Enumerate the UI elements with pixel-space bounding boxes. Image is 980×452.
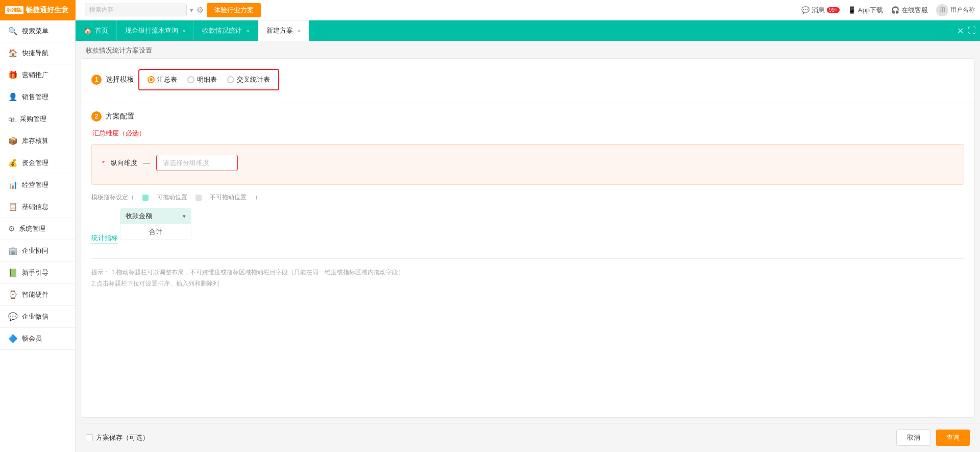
online-support-btn[interactable]: 🎧 在线客服 — [891, 6, 928, 15]
radio-summary[interactable]: 汇总表 — [148, 75, 177, 84]
message-btn[interactable]: 💬 消息 99+ — [801, 6, 840, 15]
vertical-dim-label: 纵向维度 — [111, 158, 137, 168]
cancel-button[interactable]: 取消 — [896, 430, 931, 446]
logo-area: 标准版 畅捷通好生意 — [0, 0, 76, 20]
system-icon: ⚙ — [8, 224, 15, 233]
message-badge: 99+ — [827, 7, 840, 13]
sidebar-item-system[interactable]: ⚙ 系统管理 — [0, 218, 75, 240]
member-icon: 🔷 — [8, 334, 18, 343]
support-icon: 🎧 — [891, 6, 899, 14]
sidebar-item-label: 资金管理 — [22, 158, 48, 168]
radio-detail-circle — [187, 76, 194, 83]
sidebar-item-sales[interactable]: 👤 销售管理 — [0, 86, 75, 108]
tab-new-plan[interactable]: 新建方案 × — [258, 20, 309, 41]
guide-icon: 📗 — [8, 268, 18, 277]
sidebar-item-wechat[interactable]: 💬 企业微信 — [0, 306, 75, 328]
tab-collection-stats-close[interactable]: × — [246, 28, 249, 34]
hardware-icon: ⌚ — [8, 290, 18, 299]
sidebar-item-label: 新手引导 — [22, 268, 48, 277]
header-search-box[interactable]: 搜索内容 — [85, 4, 187, 16]
tab-bank-flow-close[interactable]: × — [182, 28, 185, 34]
save-checkbox-input[interactable] — [86, 434, 93, 441]
wechat-icon: 💬 — [8, 312, 18, 321]
purchase-icon: 🛍 — [8, 115, 16, 124]
metrics-column-header: 收款金额 — [126, 211, 152, 221]
tab-close-all-btn[interactable]: ✕ — [957, 26, 964, 36]
query-button[interactable]: 查询 — [936, 430, 970, 446]
required-star: * — [102, 159, 105, 167]
sidebar-item-marketing[interactable]: 🎁 营销推广 — [0, 64, 75, 86]
app-download-btn[interactable]: 📱 App下载 — [848, 6, 883, 15]
sidebar-item-guide[interactable]: 📗 新手引导 — [0, 262, 75, 284]
tab-expand-btn[interactable]: ⛶ — [968, 26, 976, 35]
sidebar-item-label: 采购管理 — [20, 114, 46, 124]
tab-home[interactable]: 🏠 首页 — [76, 20, 117, 41]
search-menu-icon: 🔍 — [8, 27, 18, 36]
radio-crosstab[interactable]: 交叉统计表 — [227, 75, 270, 84]
sidebar-item-label: 库存核算 — [22, 136, 48, 146]
sidebar-item-label: 畅会员 — [22, 334, 42, 343]
tab-new-plan-close[interactable]: × — [297, 28, 300, 34]
marketing-icon: 🎁 — [8, 70, 18, 80]
settings-icon[interactable]: ⚙ — [197, 5, 204, 15]
tip-line1: 提示： 1.拖动标题栏可以调整布局，不可跨维度或指标区域拖动栏目字段（只能在同一… — [91, 267, 964, 278]
draggable-label: 可拖动位置 — [157, 193, 187, 202]
bottom-bar: 方案保存（可选） 取消 查询 — [76, 423, 980, 452]
tab-bank-flow-label: 现金银行流水查询 — [125, 26, 178, 35]
step1-number: 1 — [91, 75, 102, 85]
sidebar-item-member[interactable]: 🔷 畅会员 — [0, 328, 75, 350]
sidebar-item-label: 系统管理 — [19, 224, 45, 233]
dimension-area: * 纵向维度 — 请选择分组维度 — [91, 144, 964, 185]
metrics-dropdown-arrow[interactable]: ▾ — [183, 213, 186, 220]
page-title: 收款情况统计方案设置 — [86, 46, 152, 54]
metrics-section: 模板指标设定（ 可拖动位置 不可拖动位置 ） 统计指标 — [91, 193, 964, 248]
radio-crosstab-circle — [227, 76, 234, 83]
draggable-tag — [142, 195, 149, 201]
sidebar-item-search-menu[interactable]: 🔍 搜索菜单 — [0, 20, 75, 42]
non-draggable-label: 不可拖动位置 — [210, 193, 247, 202]
sidebar-item-hardware[interactable]: ⌚ 智能硬件 — [0, 284, 75, 306]
sidebar-item-enterprise[interactable]: 🏢 企业协同 — [0, 240, 75, 262]
basic-icon: 📋 — [8, 202, 18, 211]
sidebar-item-quick-nav[interactable]: 🏠 快捷导航 — [0, 42, 75, 64]
sidebar-item-label: 搜索菜单 — [22, 27, 48, 36]
tab-home-label: 首页 — [95, 26, 108, 35]
sidebar-item-operations[interactable]: 📊 经营管理 — [0, 174, 75, 196]
search-placeholder: 搜索内容 — [89, 6, 114, 14]
sidebar-item-label: 销售管理 — [22, 92, 48, 102]
tab-new-plan-label: 新建方案 — [266, 26, 293, 35]
user-area[interactable]: 用 用户名称 — [936, 4, 980, 16]
sidebar-item-basic[interactable]: 📋 基础信息 — [0, 196, 75, 218]
sidebar-item-label: 经营管理 — [22, 180, 48, 189]
step1-title: 选择模板 — [106, 75, 134, 84]
save-checkbox-label: 方案保存（可选） — [96, 433, 149, 442]
radio-detail[interactable]: 明细表 — [187, 75, 217, 84]
enterprise-icon: 🏢 — [8, 246, 18, 255]
template-selector: 汇总表 明细表 交叉统计表 — [138, 69, 279, 90]
tab-collection-stats[interactable]: 收款情况统计 × — [194, 20, 258, 41]
finance-icon: 💰 — [8, 158, 18, 168]
dimension-select[interactable]: 请选择分组维度 — [156, 155, 238, 171]
page-title-bar: 收款情况统计方案设置 — [76, 41, 980, 58]
radio-crosstab-label: 交叉统计表 — [237, 75, 270, 84]
save-checkbox-area[interactable]: 方案保存（可选） — [86, 433, 149, 442]
step2-number: 2 — [91, 111, 102, 122]
metrics-setting-label: 模板指标设定（ — [91, 193, 134, 202]
header-dropdown-arrow[interactable]: ▾ — [190, 6, 193, 14]
quick-nav-icon: 🏠 — [8, 49, 18, 58]
sidebar-item-purchase[interactable]: 🛍 采购管理 — [0, 108, 75, 130]
metrics-table-header[interactable]: 收款金额 ▾ — [120, 208, 191, 224]
non-draggable-tag — [195, 195, 202, 201]
sidebar-item-inventory[interactable]: 📦 库存核算 — [0, 130, 75, 152]
tab-bank-flow[interactable]: 现金银行流水查询 × — [117, 20, 194, 41]
sales-icon: 👤 — [8, 92, 18, 102]
sidebar-item-finance[interactable]: 💰 资金管理 — [0, 152, 75, 174]
trial-button[interactable]: 体验行业方案 — [207, 3, 261, 17]
sidebar-item-label: 智能硬件 — [22, 290, 48, 299]
step1-section: 1 选择模板 汇总表 — [91, 69, 964, 90]
message-icon: 💬 — [801, 6, 810, 14]
radio-summary-label: 汇总表 — [157, 75, 177, 84]
sidebar-item-label: 企业协同 — [22, 246, 48, 255]
sidebar-item-label: 营销推广 — [22, 70, 48, 80]
step2-section: 2 方案配置 汇总维度（必选） * 纵向维度 — [91, 111, 964, 289]
